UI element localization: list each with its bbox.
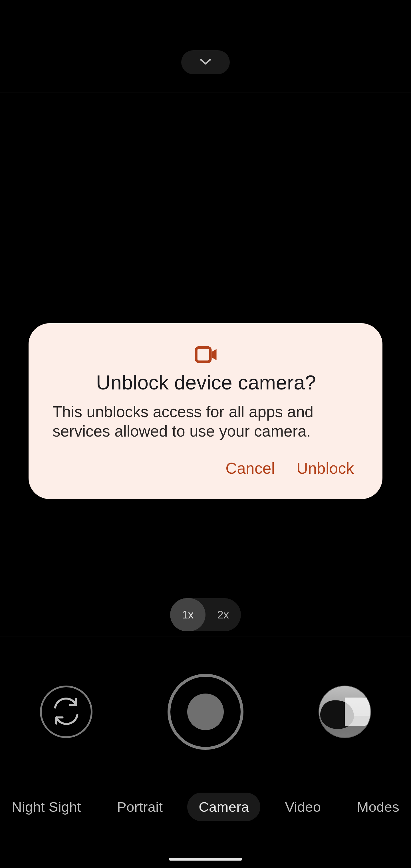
videocam-icon bbox=[195, 346, 217, 364]
svg-rect-0 bbox=[196, 347, 210, 362]
cancel-button[interactable]: Cancel bbox=[222, 455, 278, 482]
dialog-body: This unblocks access for all apps and se… bbox=[53, 402, 360, 441]
unblock-camera-dialog: Unblock device camera? This unblocks acc… bbox=[29, 323, 382, 499]
dialog-actions: Cancel Unblock bbox=[53, 452, 360, 484]
camera-app-screen: 1x 2x bbox=[0, 0, 411, 868]
unblock-button[interactable]: Unblock bbox=[293, 455, 357, 482]
dialog-overlay: Unblock device camera? This unblocks acc… bbox=[0, 0, 411, 868]
dialog-title: Unblock device camera? bbox=[53, 371, 360, 394]
